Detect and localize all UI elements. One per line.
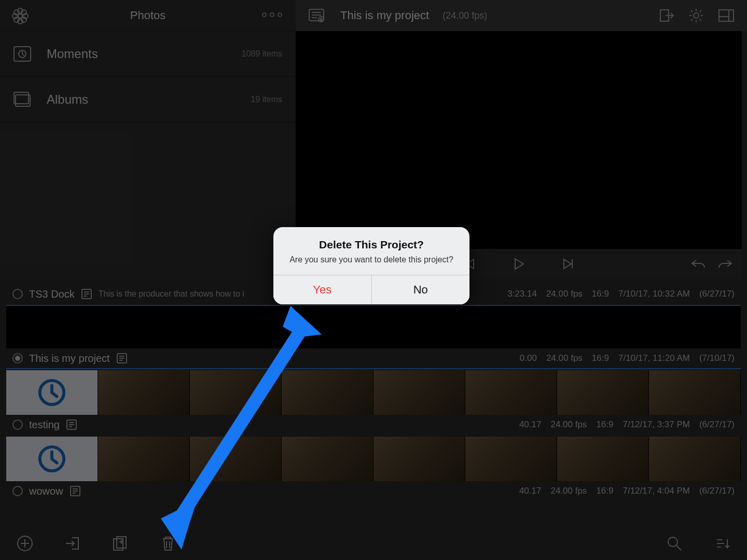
project-meta: 3:23.14 24.00 fps 16:9 7/10/17, 10:32 AM… (507, 289, 735, 299)
select-radio[interactable] (12, 353, 23, 363)
list-add-icon[interactable] (306, 5, 327, 26)
sidebar-item-label: Moments (47, 47, 98, 61)
sidebar-item-count: 1089 items (242, 49, 282, 59)
duplicate-icon[interactable] (111, 534, 130, 553)
bottom-toolbar (0, 527, 747, 560)
albums-icon (13, 92, 34, 107)
project-fps: (24.00 fps) (442, 10, 487, 21)
dialog-message: Are you sure you want to delete this pro… (286, 254, 457, 265)
project-row[interactable]: wowow 40.17 24.00 fps 16:9 7/12/17, 4:04… (6, 437, 741, 501)
layout-icon[interactable] (716, 5, 737, 26)
select-radio[interactable] (12, 486, 23, 496)
add-icon[interactable] (16, 534, 34, 553)
export-icon[interactable] (656, 5, 676, 26)
dialog-title: Delete This Project? (286, 239, 457, 251)
project-topbar: This is my project (24.00 fps) (296, 0, 747, 31)
select-radio[interactable] (12, 419, 23, 430)
project-name: wowow (29, 485, 63, 497)
gear-icon[interactable] (686, 5, 707, 26)
sidebar-item-count: 19 items (251, 95, 282, 104)
svg-rect-12 (14, 92, 29, 104)
preview-viewport (296, 31, 742, 249)
note-icon[interactable] (66, 419, 77, 430)
sidebar-item-label: Albums (47, 92, 88, 107)
search-icon[interactable] (665, 534, 684, 553)
project-name: testing (29, 419, 60, 431)
photos-sidebar: Photos Moments 1089 items Albums 19 item… (0, 0, 296, 280)
project-name: This is my project (29, 353, 110, 365)
note-icon[interactable] (70, 485, 81, 497)
play-icon[interactable] (512, 257, 525, 271)
project-row[interactable]: testing 40.17 24.00 fps 16:9 7/12/17, 3:… (6, 370, 741, 435)
project-thumbnails (6, 370, 741, 415)
project-title: This is my project (340, 9, 429, 22)
dialog-no-button[interactable]: No (372, 275, 470, 304)
sidebar-item-moments[interactable]: Moments 1089 items (0, 31, 296, 77)
svg-rect-11 (16, 95, 30, 106)
svg-point-26 (668, 537, 677, 547)
redo-icon[interactable] (718, 258, 732, 270)
next-clip-icon[interactable] (562, 257, 575, 271)
import-icon[interactable] (63, 534, 82, 553)
moments-icon (13, 46, 34, 62)
delete-project-dialog: Delete This Project? Are you sure you wa… (273, 227, 469, 304)
project-row[interactable]: This is my project 0.00 24.00 fps 16:9 7… (6, 306, 741, 368)
trash-icon[interactable] (159, 534, 177, 553)
select-radio[interactable] (12, 289, 23, 299)
undo-icon[interactable] (691, 258, 706, 270)
sidebar-header: Photos (0, 0, 296, 31)
note-icon[interactable] (116, 353, 128, 364)
project-thumbnails (6, 437, 741, 481)
project-list: TS3 Dock This is the producer that shows… (6, 284, 741, 527)
more-icon[interactable] (262, 12, 282, 17)
sort-icon[interactable] (713, 534, 731, 553)
project-thumbnails (6, 306, 741, 348)
sidebar-title: Photos (0, 9, 296, 22)
note-icon[interactable] (81, 288, 92, 300)
svg-rect-16 (719, 10, 734, 21)
project-meta: 40.17 24.00 fps 16:9 7/12/17, 4:04 PM (6… (519, 486, 735, 496)
project-desc: This is the producer that shows how to i (99, 289, 244, 299)
project-meta: 0.00 24.00 fps 16:9 7/10/17, 11:20 AM (7… (520, 353, 735, 363)
project-name: TS3 Dock (29, 288, 75, 300)
project-meta: 40.17 24.00 fps 16:9 7/12/17, 3:37 PM (6… (519, 419, 735, 430)
sidebar-item-albums[interactable]: Albums 19 items (0, 77, 296, 122)
svg-point-15 (694, 13, 699, 18)
dialog-yes-button[interactable]: Yes (273, 275, 372, 304)
